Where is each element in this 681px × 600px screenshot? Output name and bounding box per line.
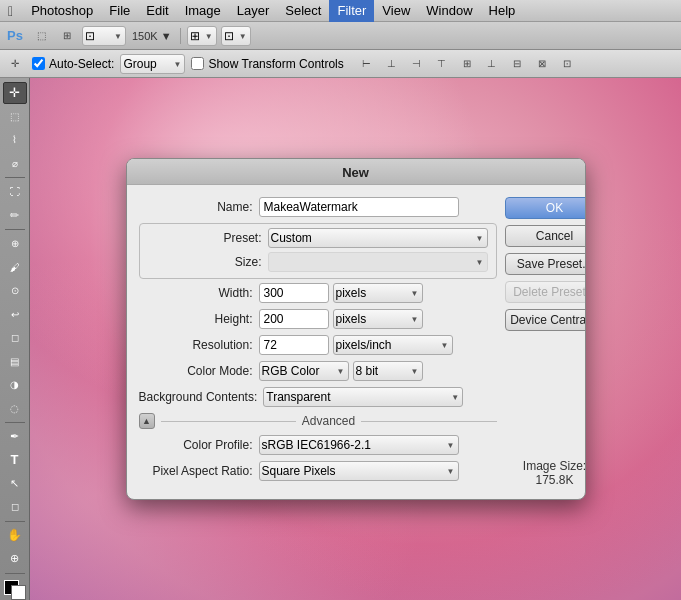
tool-crop[interactable]: ⛶: [3, 181, 27, 203]
tool-heal[interactable]: ⊕: [3, 233, 27, 255]
preset-select[interactable]: Custom Default Photoshop Size US Paper I…: [268, 228, 488, 248]
arrange-dropdown[interactable]: ⊞: [187, 26, 217, 46]
size-select-wrapper: [268, 252, 488, 272]
tool-zoom[interactable]: ⊕: [3, 548, 27, 570]
move-tool-icon[interactable]: ✛: [4, 53, 26, 75]
resolution-label: Resolution:: [139, 338, 259, 352]
menu-window[interactable]: Window: [418, 0, 480, 22]
bg-contents-select[interactable]: Transparent White Background Color: [263, 387, 463, 407]
image-size-title: Image Size:: [505, 459, 586, 473]
advanced-right-line: [361, 421, 496, 422]
menu-image[interactable]: Image: [177, 0, 229, 22]
resolution-input[interactable]: [259, 335, 329, 355]
background-color[interactable]: [11, 585, 26, 600]
height-label: Height:: [139, 312, 259, 326]
dialog-body: Name: Preset: Custom Default Photoshop S…: [127, 185, 585, 499]
tool-text[interactable]: T: [3, 449, 27, 471]
color-profile-select[interactable]: sRGB IEC61966-2.1 Adobe RGB (1998) ProPh…: [259, 435, 459, 455]
view-dropdown[interactable]: ⊡: [82, 26, 126, 46]
menu-view[interactable]: View: [374, 0, 418, 22]
tool-rect-select[interactable]: ⬚: [3, 106, 27, 128]
tool-icon-2[interactable]: ⊞: [56, 25, 78, 47]
auto-select-checkbox[interactable]: [32, 57, 45, 70]
menu-select[interactable]: Select: [277, 0, 329, 22]
transform-checkbox[interactable]: [191, 57, 204, 70]
name-input[interactable]: [259, 197, 459, 217]
main-toolbar: Ps ⬚ ⊞ ⊡ 150K ▼ ⊞ ⊡: [0, 22, 681, 50]
menu-edit[interactable]: Edit: [138, 0, 176, 22]
color-profile-label: Color Profile:: [139, 438, 259, 452]
distribute3-icon[interactable]: ⊡: [556, 53, 578, 75]
image-size-value: 175.8K: [505, 473, 586, 487]
view2-dropdown[interactable]: ⊡: [221, 26, 251, 46]
tool-magic-wand[interactable]: ⌀: [3, 153, 27, 175]
transform-text: Show Transform Controls: [208, 57, 343, 71]
tool-clone[interactable]: ⊙: [3, 280, 27, 302]
pixel-aspect-select[interactable]: Square Pixels D1/DV NTSC (0.91) D1/DV PA…: [259, 461, 459, 481]
tool-pen[interactable]: ✒: [3, 426, 27, 448]
tool-history[interactable]: ↩: [3, 303, 27, 325]
tool-path[interactable]: ↖: [3, 473, 27, 495]
new-document-dialog: New Name: Preset: Custom Defaul: [126, 158, 586, 500]
color-swatches[interactable]: [4, 580, 26, 600]
ok-button[interactable]: OK: [505, 197, 586, 219]
options-bar: ✛ Auto-Select: Group Show Transform Cont…: [0, 50, 681, 78]
tool-lasso[interactable]: ⌇: [3, 129, 27, 151]
width-unit-select[interactable]: pixels inches cm: [333, 283, 423, 303]
align-right-icon[interactable]: ⊣: [406, 53, 428, 75]
tool-icon-1[interactable]: ⬚: [30, 25, 52, 47]
name-label: Name:: [139, 200, 259, 214]
distribute-icon[interactable]: ⊟: [506, 53, 528, 75]
advanced-content: Color Profile: sRGB IEC61966-2.1 Adobe R…: [139, 435, 497, 481]
group-dropdown[interactable]: Group: [120, 54, 185, 74]
ps-logo: Ps: [4, 25, 26, 47]
advanced-label: Advanced: [302, 414, 355, 428]
advanced-left-line: [161, 421, 296, 422]
bg-contents-wrapper: Transparent White Background Color: [263, 387, 463, 407]
color-profile-wrapper: sRGB IEC61966-2.1 Adobe RGB (1998) ProPh…: [259, 435, 459, 455]
align-top-icon[interactable]: ⊤: [431, 53, 453, 75]
view-dropdown-wrapper: ⊡: [82, 26, 126, 46]
menu-photoshop[interactable]: Photoshop: [23, 0, 101, 22]
resolution-unit-select[interactable]: pixels/inch pixels/cm: [333, 335, 453, 355]
align-bottom-icon[interactable]: ⊥: [481, 53, 503, 75]
save-preset-button[interactable]: Save Preset...: [505, 253, 586, 275]
advanced-toggle[interactable]: ▲ Advanced: [139, 413, 497, 429]
width-row: Width: pixels inches cm: [139, 283, 497, 303]
auto-select-label: Auto-Select:: [32, 57, 114, 71]
device-central-button[interactable]: Device Central...: [505, 309, 586, 331]
tool-eyedropper[interactable]: ✏: [3, 204, 27, 226]
menu-filter[interactable]: Filter: [329, 0, 374, 22]
tool-gradient[interactable]: ▤: [3, 350, 27, 372]
tool-eraser[interactable]: ◻: [3, 327, 27, 349]
apple-menu[interactable]: : [8, 3, 13, 19]
height-unit-select[interactable]: pixels inches cm: [333, 309, 423, 329]
menu-help[interactable]: Help: [481, 0, 524, 22]
tool-dodge[interactable]: ◌: [3, 397, 27, 419]
cancel-button[interactable]: Cancel: [505, 225, 586, 247]
delete-preset-button[interactable]: Delete Preset...: [505, 281, 586, 303]
tool-sep-2: [5, 229, 25, 230]
color-mode-row: Color Mode: RGB Color CMYK Color Graysca…: [139, 361, 497, 381]
size-select[interactable]: [268, 252, 488, 272]
width-unit-wrapper: pixels inches cm: [333, 283, 423, 303]
menu-file[interactable]: File: [101, 0, 138, 22]
align-center-icon[interactable]: ⊥: [381, 53, 403, 75]
tool-hand[interactable]: ✋: [3, 525, 27, 547]
distribute2-icon[interactable]: ⊠: [531, 53, 553, 75]
preset-select-wrapper: Custom Default Photoshop Size US Paper I…: [268, 228, 488, 248]
tool-brush[interactable]: 🖌: [3, 256, 27, 278]
width-input[interactable]: [259, 283, 329, 303]
color-mode-select[interactable]: RGB Color CMYK Color Grayscale: [259, 361, 349, 381]
image-size-info: Image Size: 175.8K: [505, 451, 586, 487]
align-left-icon[interactable]: ⊢: [356, 53, 378, 75]
tool-move[interactable]: ✛: [3, 82, 27, 104]
menu-layer[interactable]: Layer: [229, 0, 278, 22]
tool-shape[interactable]: ◻: [3, 496, 27, 518]
align-mid-icon[interactable]: ⊞: [456, 53, 478, 75]
height-input[interactable]: [259, 309, 329, 329]
transform-label: Show Transform Controls: [191, 57, 343, 71]
tool-blur[interactable]: ◑: [3, 374, 27, 396]
preset-row: Preset: Custom Default Photoshop Size US…: [148, 228, 488, 248]
bit-depth-select[interactable]: 8 bit 16 bit 32 bit: [353, 361, 423, 381]
